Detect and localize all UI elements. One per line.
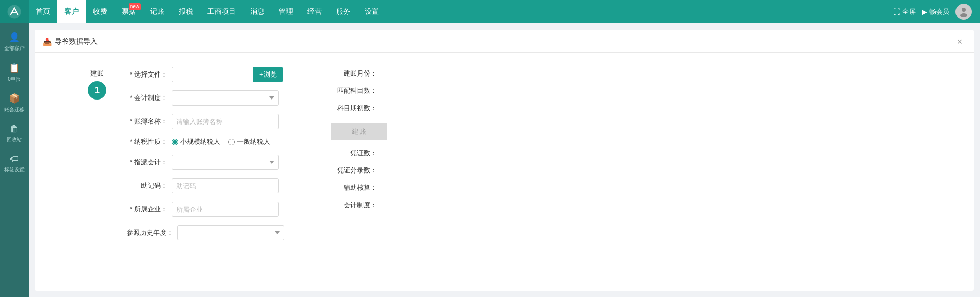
dialog-header: 📥 导爷数据导入 ×: [35, 30, 974, 53]
sidebar-item-trash[interactable]: 🗑 回收站: [0, 119, 29, 147]
subject-init-label: 科目期初数：: [331, 104, 377, 113]
aux-calc-label: 辅助核算：: [331, 183, 377, 192]
member-btn[interactable]: ▶ 畅会员: [922, 7, 949, 16]
build-month-row: 建账月份：: [331, 69, 387, 78]
tax-type-radio-group: 小规模纳税人 一般纳税人: [172, 137, 270, 146]
accounting-system-select[interactable]: [172, 90, 279, 106]
step-indicator: 建账 1: [88, 69, 106, 100]
build-button[interactable]: 建账: [331, 123, 387, 140]
file-input[interactable]: [172, 67, 253, 82]
tax-type-general[interactable]: 一般纳税人: [228, 137, 270, 146]
new-badge: new: [129, 3, 141, 10]
main-layout: 👤 全部客户 📋 0申报 📦 账套迁移 🗑 回收站 🏷 标签设置 📥 导: [0, 23, 980, 297]
nav-logo: [0, 0, 29, 23]
content-area: 📥 导爷数据导入 × 建账 1: [29, 23, 980, 297]
subject-init-row: 科目期初数：: [331, 104, 387, 113]
company-row: * 所属企业：: [127, 202, 290, 217]
tag-icon: 🏷: [10, 154, 19, 164]
company-input[interactable]: [172, 202, 279, 217]
voucher-entries-row: 凭证分录数：: [331, 166, 387, 175]
assigned-accountant-select[interactable]: [172, 155, 279, 170]
nav-tax[interactable]: 报税: [172, 0, 200, 23]
nav-right: ⛶ 全屏 ▶ 畅会员: [893, 4, 980, 20]
nav-bookkeeping[interactable]: 记账: [143, 0, 172, 23]
nav-operations[interactable]: 经营: [300, 0, 329, 23]
nav-customers[interactable]: 客户: [57, 0, 86, 23]
ledger-name-row: * 账簿名称：: [127, 114, 290, 129]
sidebar-item-zero-declare[interactable]: 📋 0申报: [0, 58, 29, 87]
ref-year-select[interactable]: [177, 225, 284, 240]
company-label: * 所属企业：: [127, 205, 168, 214]
tax-type-row: * 纳税性质： 小规模纳税人 一般纳税人: [127, 137, 290, 146]
dialog-panel: 📥 导爷数据导入 × 建账 1: [35, 30, 974, 291]
nav-services[interactable]: 服务: [329, 0, 357, 23]
memo-code-input[interactable]: [172, 178, 279, 193]
sidebar-item-migrate[interactable]: 📦 账套迁移: [0, 89, 29, 117]
voucher-count-label: 凭证数：: [331, 148, 377, 158]
step-circle: 1: [88, 81, 106, 100]
sidebar-item-all-customers[interactable]: 👤 全部客户: [0, 28, 29, 56]
avatar[interactable]: [955, 4, 972, 20]
memo-code-label: 助记码：: [127, 181, 168, 190]
migrate-icon: 📦: [9, 93, 20, 104]
info-accounting-system-row: 会计制度：: [331, 201, 387, 210]
declare-icon: 📋: [9, 62, 20, 73]
sidebar-item-tags[interactable]: 🏷 标签设置: [0, 150, 29, 178]
build-month-label: 建账月份：: [331, 69, 377, 78]
top-nav: 首页 客户 收费 票据 new 记账 报税 工商项目 消息 管理 经营 服务 设…: [0, 0, 980, 23]
ledger-name-input[interactable]: [172, 114, 279, 129]
nav-management[interactable]: 管理: [272, 0, 300, 23]
voucher-entries-label: 凭证分录数：: [331, 166, 377, 175]
build-btn-container: 建账: [331, 123, 387, 140]
tax-type-label: * 纳税性质：: [127, 137, 168, 146]
match-subjects-label: 匹配科目数：: [331, 86, 377, 95]
memo-code-row: 助记码：: [127, 178, 290, 193]
voucher-count-row: 凭证数：: [331, 148, 387, 158]
people-icon: 👤: [9, 32, 20, 43]
file-select-label: * 选择文件：: [127, 70, 168, 79]
svg-point-2: [960, 13, 967, 17]
accounting-system-row: * 会计制度：: [127, 90, 290, 106]
dialog-body: 建账 1 * 选择文件： +浏览: [35, 53, 974, 291]
nav-home[interactable]: 首页: [29, 0, 57, 23]
nav-items: 首页 客户 收费 票据 new 记账 报税 工商项目 消息 管理 经营 服务 设…: [29, 0, 893, 23]
form-left: 建账 1 * 选择文件： +浏览: [47, 67, 290, 277]
nav-settings[interactable]: 设置: [357, 0, 386, 23]
form-fields: * 选择文件： +浏览 * 会计制度：: [127, 67, 290, 240]
accounting-system-label: * 会计制度：: [127, 93, 168, 103]
nav-fees[interactable]: 收费: [86, 0, 114, 23]
assigned-accountant-row: * 指派会计：: [127, 155, 290, 170]
ref-year-row: 参照历史年度：: [127, 225, 290, 240]
tax-type-small[interactable]: 小规模纳税人: [172, 137, 220, 146]
svg-point-1: [962, 8, 966, 12]
sidebar: 👤 全部客户 📋 0申报 📦 账套迁移 🗑 回收站 🏷 标签设置: [0, 23, 29, 297]
browse-button[interactable]: +浏览: [253, 67, 283, 82]
dialog-title: 📥 导爷数据导入: [43, 37, 98, 46]
file-input-wrap: +浏览: [172, 67, 283, 82]
fullscreen-btn[interactable]: ⛶ 全屏: [893, 7, 916, 16]
nav-business[interactable]: 工商项目: [200, 0, 243, 23]
info-accounting-system-label: 会计制度：: [331, 201, 377, 210]
trash-icon: 🗑: [10, 123, 19, 134]
ledger-name-label: * 账簿名称：: [127, 117, 168, 126]
close-button[interactable]: ×: [953, 36, 966, 48]
aux-calc-row: 辅助核算：: [331, 183, 387, 192]
info-right: 建账月份： 匹配科目数： 科目期初数： 建: [331, 67, 387, 277]
nav-invoices[interactable]: 票据 new: [114, 0, 143, 23]
match-subjects-row: 匹配科目数：: [331, 86, 387, 95]
import-icon: 📥: [43, 38, 52, 46]
ref-year-label: 参照历史年度：: [127, 228, 173, 237]
assigned-accountant-label: * 指派会计：: [127, 158, 168, 167]
file-select-row: * 选择文件： +浏览: [127, 67, 290, 82]
nav-messages[interactable]: 消息: [243, 0, 272, 23]
